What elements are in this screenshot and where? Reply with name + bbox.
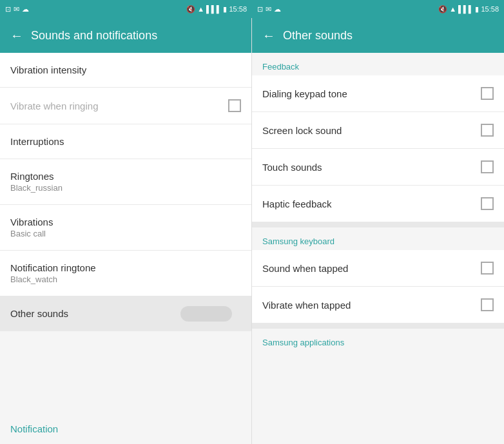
signal-icon: ▌▌▌ — [206, 5, 221, 13]
section-divider-2 — [252, 323, 504, 329]
vibrations-subtitle: Basic call — [10, 229, 241, 238]
status-icons-left: ⊡ ✉ ☁ — [5, 5, 29, 14]
right-back-button[interactable]: ← — [262, 28, 275, 43]
menu-item-interruptions[interactable]: Interruptions — [0, 124, 251, 159]
touch-sounds-label: Touch sounds — [262, 162, 322, 173]
status-icons-right-right-panel: 🔇 ▲ ▌▌▌ ▮ 15:58 — [438, 5, 499, 14]
vibrations-label: Vibrations — [10, 217, 241, 227]
vibrate-when-tapped-checkbox[interactable] — [481, 298, 494, 311]
status-bar-right: ⊡ ✉ ☁ 🔇 ▲ ▌▌▌ ▮ 15:58 — [252, 0, 504, 18]
time-left: 15:58 — [229, 5, 247, 13]
notification-icon-r1: ⊡ — [257, 5, 263, 14]
haptic-feedback-checkbox[interactable] — [481, 197, 494, 210]
notification-link[interactable]: Notification — [10, 423, 58, 434]
left-footer-section: Notification — [0, 414, 251, 444]
left-panel-title: Sounds and notifications — [31, 29, 157, 43]
notification-icon-r2: ✉ — [266, 5, 271, 14]
haptic-feedback-label: Haptic feedback — [262, 198, 332, 209]
screens-container: ← Sounds and notifications Vibration int… — [0, 18, 504, 444]
time-right: 15:58 — [481, 5, 499, 13]
screen-lock-sound-label: Screen lock sound — [262, 125, 342, 136]
vibrate-when-tapped-label: Vibrate when tapped — [262, 300, 351, 311]
status-bar-left: ⊡ ✉ ☁ 🔇 ▲ ▌▌▌ ▮ 15:58 — [0, 0, 252, 18]
battery-icon-r: ▮ — [475, 5, 479, 14]
feedback-section-label: Feedback — [252, 53, 504, 75]
samsung-applications-section-label: Samsung applications — [252, 329, 504, 351]
notification-ringtone-subtitle: Black_watch — [10, 275, 241, 284]
menu-item-vibration-intensity[interactable]: Vibration intensity — [0, 53, 251, 88]
notification-icon-1: ⊡ — [5, 5, 11, 14]
touch-sounds-checkbox[interactable] — [481, 160, 494, 173]
screen-lock-sound-checkbox[interactable] — [481, 124, 494, 137]
menu-item-vibrate-when-ringing[interactable]: Vibrate when ringing — [0, 88, 251, 124]
sound-when-tapped-checkbox[interactable] — [481, 262, 494, 275]
wifi-icon-r: ▲ — [449, 5, 456, 13]
left-top-bar: ← Sounds and notifications — [0, 18, 251, 53]
vibration-intensity-label: Vibration intensity — [10, 64, 241, 75]
haptic-feedback-item[interactable]: Haptic feedback — [252, 186, 504, 222]
touch-sounds-item[interactable]: Touch sounds — [252, 149, 504, 186]
right-panel: ← Other sounds Feedback Dialing keypad t… — [252, 18, 504, 444]
menu-item-notification-ringtone[interactable]: Notification ringtone Black_watch — [0, 251, 251, 296]
wifi-icon: ▲ — [197, 5, 204, 13]
left-spacer — [0, 331, 251, 414]
vibrate-when-ringing-checkbox[interactable] — [228, 99, 241, 112]
samsung-keyboard-section-label: Samsung keyboard — [252, 227, 504, 250]
sound-when-tapped-label: Sound when tapped — [262, 263, 348, 274]
ringtones-subtitle: Black_russian — [10, 183, 241, 193]
status-icons-right-left: ⊡ ✉ ☁ — [257, 5, 281, 14]
battery-icon: ▮ — [223, 5, 227, 14]
notification-icon-r3: ☁ — [274, 5, 281, 14]
sound-when-tapped-item[interactable]: Sound when tapped — [252, 250, 504, 287]
dialing-keypad-tone-label: Dialing keypad tone — [262, 88, 347, 99]
notification-icon-3: ☁ — [22, 5, 29, 14]
right-panel-title: Other sounds — [283, 29, 353, 43]
menu-item-ringtones[interactable]: Ringtones Black_russian — [0, 159, 251, 205]
right-top-bar: ← Other sounds — [252, 18, 504, 53]
interruptions-label: Interruptions — [10, 136, 241, 147]
right-panel-content: Feedback Dialing keypad tone Screen lock… — [252, 53, 504, 444]
notification-ringtone-label: Notification ringtone — [10, 262, 241, 273]
vibrate-when-tapped-item[interactable]: Vibrate when tapped — [252, 287, 504, 323]
menu-item-vibrations[interactable]: Vibrations Basic call — [0, 205, 251, 251]
dialing-keypad-tone-checkbox[interactable] — [481, 87, 494, 100]
screen-lock-sound-item[interactable]: Screen lock sound — [252, 112, 504, 149]
menu-item-other-sounds[interactable]: Other sounds — [0, 296, 251, 331]
section-divider-1 — [252, 222, 504, 227]
left-back-button[interactable]: ← — [10, 28, 23, 43]
signal-icon-r: ▌▌▌ — [458, 5, 473, 13]
left-panel: ← Sounds and notifications Vibration int… — [0, 18, 252, 444]
status-bar: ⊡ ✉ ☁ 🔇 ▲ ▌▌▌ ▮ 15:58 ⊡ ✉ ☁ 🔇 ▲ ▌▌▌ ▮ 15… — [0, 0, 504, 18]
scroll-indicator — [180, 306, 232, 322]
status-icons-right-left-panel: 🔇 ▲ ▌▌▌ ▮ 15:58 — [186, 5, 247, 14]
mute-icon-r: 🔇 — [438, 5, 447, 14]
notification-icon-2: ✉ — [14, 5, 19, 14]
mute-icon: 🔇 — [186, 5, 195, 14]
dialing-keypad-tone-item[interactable]: Dialing keypad tone — [252, 75, 504, 112]
vibrate-when-ringing-label: Vibrate when ringing — [10, 101, 98, 111]
ringtones-label: Ringtones — [10, 171, 241, 182]
